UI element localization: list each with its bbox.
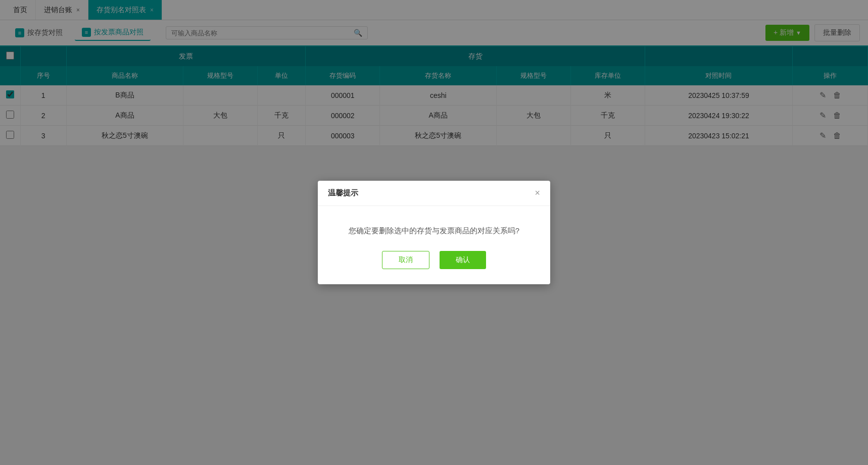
overlay: 温馨提示 × 您确定要删除选中的存货与发票商品的对应关系吗? 取消 确认 xyxy=(0,0,868,146)
